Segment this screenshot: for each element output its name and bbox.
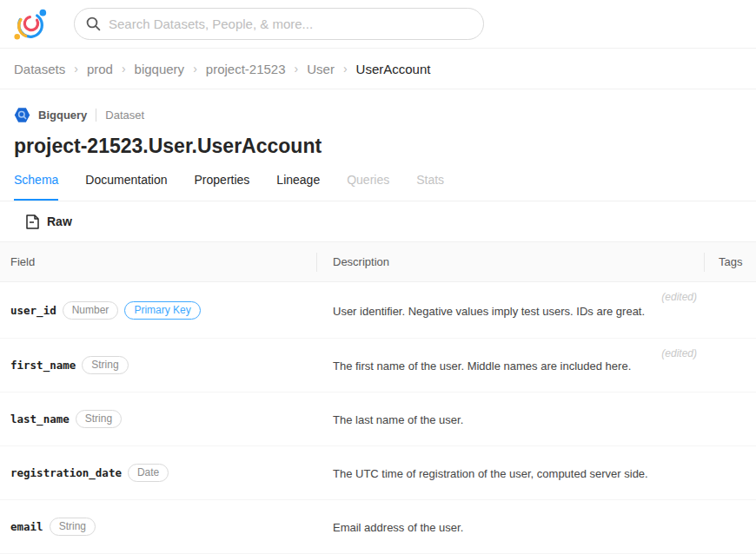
table-body: user_id NumberPrimary Key (edited) User …	[0, 282, 756, 554]
tags-cell	[704, 446, 756, 499]
datahub-logo[interactable]	[12, 6, 49, 43]
field-description: The first name of the user. Middle names…	[333, 359, 631, 375]
table-row: registration_date Date The UTC time of r…	[0, 446, 756, 500]
tab-schema[interactable]: Schema	[14, 173, 58, 201]
field-badges: NumberPrimary Key	[63, 301, 201, 320]
table-row: email String Email address of the user.	[0, 500, 756, 554]
file-document-icon	[26, 214, 39, 229]
field-badges: String	[76, 410, 122, 428]
field-description: User identifier. Negative values imply t…	[333, 304, 645, 320]
field-description: The UTC time of registration of the user…	[333, 466, 648, 483]
field-cell: user_id NumberPrimary Key	[0, 282, 316, 338]
tab-stats: Stats	[416, 173, 444, 201]
table-row: user_id NumberPrimary Key (edited) User …	[0, 282, 756, 339]
field-name: last_name	[10, 412, 70, 425]
field-badges: String	[50, 518, 96, 536]
page-title: project-21523.User.UserAccount	[14, 135, 742, 158]
raw-toggle-button[interactable]: Raw	[26, 214, 72, 229]
field-name: email	[10, 520, 43, 533]
tags-cell	[704, 500, 756, 553]
bigquery-icon	[14, 107, 30, 123]
edited-label: (edited)	[661, 290, 697, 305]
tab-documentation[interactable]: Documentation	[85, 173, 167, 201]
breadcrumb-separator: ›	[122, 62, 126, 76]
table-row: first_name String (edited) The first nam…	[0, 339, 756, 392]
platform-name: Bigquery	[38, 109, 87, 122]
edited-label: (edited)	[661, 346, 697, 361]
divider	[96, 109, 96, 122]
tab-properties[interactable]: Properties	[195, 173, 250, 201]
breadcrumb-datasets[interactable]: Datasets	[14, 62, 65, 76]
badge-primary-key: Primary Key	[124, 301, 200, 320]
badge-number: Number	[63, 301, 119, 320]
platform-row: Bigquery Dataset	[14, 107, 742, 123]
tab-lineage[interactable]: Lineage	[276, 173, 320, 201]
field-cell: first_name String	[0, 339, 316, 392]
field-cell: registration_date Date	[0, 446, 316, 499]
top-nav	[0, 0, 756, 49]
field-name: user_id	[10, 304, 56, 317]
breadcrumb-separator: ›	[295, 62, 299, 76]
breadcrumb-bigquery[interactable]: bigquery	[135, 62, 185, 76]
search-icon	[86, 16, 101, 31]
column-header-description: Description	[316, 255, 704, 268]
breadcrumb-separator: ›	[343, 62, 348, 76]
description-cell[interactable]: (edited) The first name of the user. Mid…	[316, 339, 704, 392]
table-header: Field Description Tags	[0, 242, 756, 282]
breadcrumb-useraccount: UserAccount	[356, 62, 431, 76]
description-cell[interactable]: The UTC time of registration of the user…	[316, 446, 704, 499]
description-cell[interactable]: Email address of the user.	[316, 500, 704, 553]
tags-cell	[704, 392, 756, 445]
breadcrumb-user[interactable]: User	[307, 62, 335, 76]
badge-string: String	[82, 356, 128, 374]
entity-type: Dataset	[105, 109, 144, 122]
column-header-tags: Tags	[704, 255, 756, 268]
field-name: first_name	[10, 359, 76, 372]
field-badges: Date	[128, 464, 169, 482]
tab-bar: Schema Documentation Properties Lineage …	[14, 173, 742, 201]
breadcrumb-separator: ›	[74, 62, 78, 76]
raw-toggle-label: Raw	[47, 214, 72, 228]
field-cell: last_name String	[0, 392, 316, 445]
field-description: The last name of the user.	[333, 412, 463, 429]
table-row: last_name String The last name of the us…	[0, 392, 756, 446]
entity-header: Bigquery Dataset project-21523.User.User…	[0, 89, 756, 201]
description-cell[interactable]: (edited) User identifier. Negative value…	[316, 282, 704, 338]
tags-cell	[704, 282, 756, 338]
breadcrumb: Datasets › prod › bigquery › project-215…	[0, 49, 756, 89]
schema-toolbar: Raw	[0, 201, 756, 242]
breadcrumb-project[interactable]: project-21523	[206, 62, 286, 76]
search-input[interactable]	[109, 16, 472, 31]
badge-string: String	[76, 410, 122, 428]
search-box[interactable]	[74, 8, 484, 40]
field-badges: String	[82, 356, 128, 374]
field-cell: email String	[0, 500, 316, 553]
tags-cell	[704, 339, 756, 392]
badge-date: Date	[128, 464, 169, 482]
tab-queries: Queries	[347, 173, 389, 201]
schema-table: Field Description Tags user_id NumberPri…	[0, 242, 756, 554]
breadcrumb-prod[interactable]: prod	[87, 62, 113, 76]
field-description: Email address of the user.	[333, 520, 463, 537]
breadcrumb-separator: ›	[193, 62, 197, 76]
description-cell[interactable]: The last name of the user.	[316, 392, 704, 445]
column-header-field: Field	[0, 255, 316, 268]
field-name: registration_date	[10, 466, 122, 479]
badge-string: String	[50, 518, 96, 536]
